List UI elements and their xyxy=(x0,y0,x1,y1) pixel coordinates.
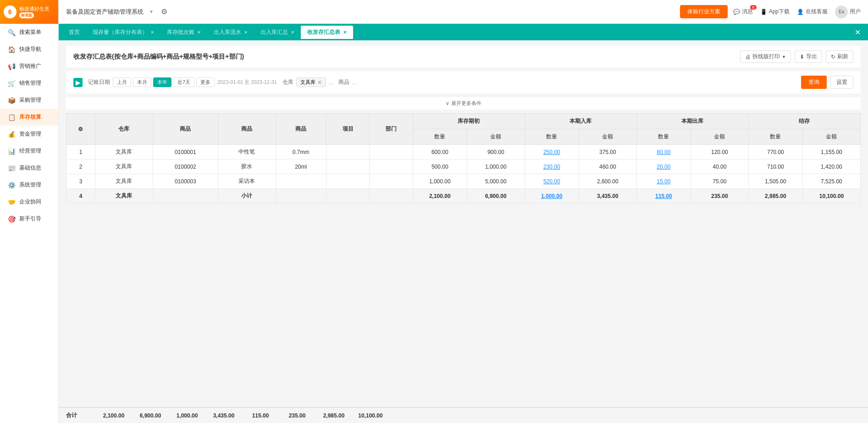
tab-close-icon[interactable]: ✕ xyxy=(291,30,294,35)
row-in-qty-link[interactable]: 230.00 xyxy=(525,159,579,174)
row-out-amt: 75.00 xyxy=(691,174,748,189)
row-in-amt: 375.00 xyxy=(579,145,636,159)
sidebar-item-label: 销售管理 xyxy=(19,79,41,87)
col-header-name: 商品 xyxy=(218,114,276,145)
tab-receipt-summary[interactable]: 收发存汇总表 ✕ xyxy=(301,26,353,39)
refresh-label: 刷新 xyxy=(837,53,848,60)
tab-inout-flow[interactable]: 出入库流水 ✕ xyxy=(207,26,254,39)
footer-end-qty: 2,985.00 xyxy=(315,412,352,419)
sidebar-item-sales[interactable]: 🛒 销售管理 xyxy=(0,75,58,92)
tab-close-icon[interactable]: ✕ xyxy=(150,30,154,35)
warehouse-more[interactable]: ... xyxy=(329,80,333,85)
refresh-btn[interactable]: ↻ 刷新 xyxy=(826,50,853,63)
date-buttons: 上月 本月 本年 近7天 更多 xyxy=(113,77,215,87)
message-btn[interactable]: 💬 消息 6 xyxy=(733,8,753,16)
sidebar-item-label: 搜索菜单 xyxy=(19,28,41,36)
row-end-amt: 1,420.00 xyxy=(802,159,860,174)
sidebar-item-collab[interactable]: 🤝 企业协同 xyxy=(0,193,58,210)
sidebar-item-nav[interactable]: 🏠 快捷导航 xyxy=(0,41,58,58)
sidebar-item-basicinfo[interactable]: 📰 基础信息 xyxy=(0,159,58,176)
tab-close-icon[interactable]: ✕ xyxy=(343,30,347,35)
sidebar-item-marketing[interactable]: 📢 营销推广 xyxy=(0,58,58,75)
expand-more-label: 展开更多条件 xyxy=(451,100,481,107)
sidebar-item-inventory[interactable]: 📋 库存核算 xyxy=(0,109,58,126)
col-header-opening: 库存期初 xyxy=(413,114,525,129)
export-icon: ⬇ xyxy=(800,54,804,60)
goods-more[interactable]: ... xyxy=(352,80,356,85)
row-out-qty-link[interactable]: 20.00 xyxy=(636,159,691,174)
sidebar-title: 畅捷通好生意 xyxy=(19,5,50,12)
goods-filter-section: 商品 ... xyxy=(338,78,356,86)
footer-open-qty: 2,100.00 xyxy=(95,412,132,419)
app-download-btn[interactable]: 📱 App下载 xyxy=(760,8,790,16)
tab-close-icon[interactable]: ✕ xyxy=(197,30,201,35)
page-actions: 🖨 拆线版打印 ▼ ⬇ 导出 ↻ 刷新 xyxy=(740,50,853,63)
tab-label: 出入库汇总 xyxy=(260,28,288,36)
topbar-right: 💬 消息 6 📱 App下载 👤 在线客服 Ea 用户 xyxy=(733,5,861,18)
subtotal-in-qty-link[interactable]: 1,000.00 xyxy=(525,189,579,203)
row-spec: 20ml xyxy=(276,159,326,174)
summary-table: ⚙ 仓库 商品 商品 商品 项目 部门 库存期初 本期入库 本期出库 结存 数量 xyxy=(66,113,861,203)
search-icon: 🔍 xyxy=(7,29,16,36)
user-avatar[interactable]: Ea 用户 xyxy=(835,5,861,18)
message-badge: 6 xyxy=(750,5,757,10)
tab-stock-dist[interactable]: 现存量（库存分布表） ✕ xyxy=(86,26,160,39)
sidebar-item-finance[interactable]: 💰 资金管理 xyxy=(0,126,58,143)
col-header-code: 商品 xyxy=(153,114,218,145)
date-btn-this-month[interactable]: 本月 xyxy=(133,77,151,87)
date-btn-prev-month[interactable]: 上月 xyxy=(113,77,131,87)
col-header-gear[interactable]: ⚙ xyxy=(66,114,95,145)
sidebar-item-operations[interactable]: 📊 经营管理 xyxy=(0,143,58,159)
sidebar-item-label: 经营管理 xyxy=(19,147,41,155)
subtotal-empty-dept xyxy=(370,189,413,203)
expand-more-bar[interactable]: ∨ 展开更多条件 xyxy=(66,97,861,110)
sidebar-item-guide[interactable]: 🎯 新手引导 xyxy=(0,210,58,227)
operations-icon: 📊 xyxy=(7,148,16,155)
system-name: 装备及固定资产辅助管理系统 xyxy=(66,8,144,16)
tab-label: 现存量（库存分布表） xyxy=(93,28,148,36)
print-btn[interactable]: 🖨 拆线版打印 ▼ xyxy=(740,50,791,63)
row-no: 2 xyxy=(66,159,95,174)
subtotal-out-qty-link[interactable]: 115.00 xyxy=(636,189,691,203)
tab-label: 库存批次账 xyxy=(167,28,194,36)
topbar-gear-icon[interactable]: ⚙ xyxy=(161,7,167,16)
row-out-qty-link[interactable]: 15.00 xyxy=(636,174,691,189)
warehouse-tag-close[interactable]: ✕ xyxy=(317,79,322,86)
warehouse-tag: 文具库 ✕ xyxy=(296,77,326,87)
col-header-out: 本期出库 xyxy=(636,114,748,129)
col-header-dept: 部门 xyxy=(370,114,413,145)
tab-stock-batch[interactable]: 库存批次账 ✕ xyxy=(160,26,207,39)
row-in-amt: 2,600.00 xyxy=(579,174,636,189)
settings-btn[interactable]: 设置 xyxy=(830,76,853,89)
online-service-btn[interactable]: 👤 在线客服 xyxy=(797,8,828,16)
tab-home[interactable]: 首页 xyxy=(62,26,86,39)
row-out-amt: 40.00 xyxy=(691,159,748,174)
sidebar-item-search[interactable]: 🔍 搜索菜单 xyxy=(0,24,58,41)
tab-close-icon[interactable]: ✕ xyxy=(244,30,248,35)
trial-btn[interactable]: 体验行业方案 xyxy=(680,5,728,18)
date-btn-more[interactable]: 更多 xyxy=(196,77,215,87)
row-dept xyxy=(370,174,413,189)
tab-inout-summary[interactable]: 出入库汇总 ✕ xyxy=(254,26,301,39)
filter-expand-btn[interactable]: ▶ xyxy=(73,78,83,87)
row-out-qty-link[interactable]: 80.00 xyxy=(636,145,691,159)
row-in-qty-link[interactable]: 250.00 xyxy=(525,145,579,159)
sidebar-item-purchase[interactable]: 📦 采购管理 xyxy=(0,92,58,109)
subtotal-empty-project xyxy=(326,189,369,203)
row-open-amt: 1,000.00 xyxy=(467,159,525,174)
print-dropdown-icon: ▼ xyxy=(782,55,786,59)
date-btn-7days[interactable]: 近7天 xyxy=(173,77,194,87)
row-warehouse: 文具库 xyxy=(95,174,153,189)
dropdown-arrow-icon: ▼ xyxy=(149,9,154,14)
sidebar-item-system[interactable]: ⚙️ 系统管理 xyxy=(0,176,58,193)
subtotal-end-qty: 2,985.00 xyxy=(748,189,802,203)
tab-label: 收发存汇总表 xyxy=(307,28,340,36)
footer-out-amt: 235.00 xyxy=(279,412,315,419)
col-header-in-qty: 数量 xyxy=(525,129,579,145)
export-btn[interactable]: ⬇ 导出 xyxy=(795,50,822,63)
row-in-qty-link[interactable]: 520.00 xyxy=(525,174,579,189)
row-dept xyxy=(370,145,413,159)
query-btn[interactable]: 查询 xyxy=(801,76,827,89)
close-all-tabs-icon[interactable]: ✕ xyxy=(851,28,864,37)
date-btn-this-year[interactable]: 本年 xyxy=(153,77,171,87)
